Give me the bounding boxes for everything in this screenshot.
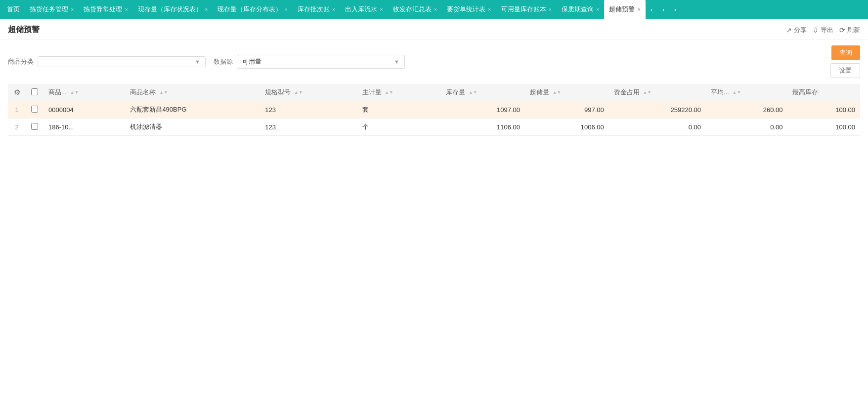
table-header-row: ⚙ 商品... ▲▼ 商品名称 ▲▼ 规格型号 ▲▼ <box>8 84 860 101</box>
goods-name-0: 六配套新昌490BPG <box>125 101 260 118</box>
col-checkbox <box>26 84 43 101</box>
col-avg[interactable]: 平均... ▲▼ <box>706 84 787 101</box>
row-checkbox-cell-0 <box>26 101 43 118</box>
stock-1: 1106.00 <box>441 118 525 136</box>
export-button[interactable]: ⇩ 导出 <box>813 26 833 35</box>
close-tab-quality[interactable]: × <box>596 6 599 12</box>
close-tab-overstock[interactable]: × <box>637 6 640 12</box>
filter-area: 商品分类 ▼ 数据源 可用量 ▼ 查询 设置 <box>0 40 868 84</box>
close-tab-inout[interactable]: × <box>380 6 383 12</box>
nav-tab-order-stat[interactable]: 要货单统计表 × <box>442 0 496 19</box>
close-tab-avail-stock[interactable]: × <box>549 6 552 12</box>
nav-prev-arrow[interactable]: ‹ <box>646 0 657 19</box>
settings-gear-icon[interactable]: ⚙ <box>14 88 20 96</box>
datasource-filter-group: 数据源 可用量 ▼ <box>214 55 405 69</box>
data-table: ⚙ 商品... ▲▼ 商品名称 ▲▼ 规格型号 ▲▼ <box>8 84 860 136</box>
close-tab-collect[interactable]: × <box>434 6 437 12</box>
close-tab-stock-status[interactable]: × <box>205 6 208 12</box>
col-max-stock[interactable]: 最高库存 <box>787 84 860 101</box>
category-label: 商品分类 <box>8 57 34 66</box>
col-unit[interactable]: 主计量 ▲▼ <box>357 84 441 101</box>
share-button[interactable]: ↗ 分享 <box>786 26 807 35</box>
datasource-select[interactable]: 可用量 ▼ <box>237 55 405 69</box>
settings-button[interactable]: 设置 <box>830 63 860 78</box>
goods-code-1: 186-10... <box>43 118 125 136</box>
close-tab-order-stat[interactable]: × <box>488 6 491 12</box>
row-checkbox-0[interactable] <box>31 106 38 113</box>
col-stock[interactable]: 库存量 ▲▼ <box>441 84 525 101</box>
overstock-1: 1006.00 <box>525 118 609 136</box>
close-tab-task-mgmt[interactable]: × <box>71 6 74 12</box>
nav-tab-avail-stock[interactable]: 可用量库存账本 × <box>496 0 557 19</box>
close-tab-batch[interactable]: × <box>332 6 335 12</box>
max-stock-0: 100.00 <box>787 101 860 118</box>
category-dropdown-arrow: ▼ <box>195 59 200 65</box>
nav-more-arrow[interactable]: › <box>669 0 681 19</box>
table-wrapper: ⚙ 商品... ▲▼ 商品名称 ▲▼ 规格型号 ▲▼ <box>0 84 868 136</box>
page-header: 超储预警 ↗ 分享 ⇩ 导出 ⟳ 刷新 <box>0 19 868 40</box>
col-overstock[interactable]: 超储量 ▲▼ <box>525 84 609 101</box>
sort-goods-name-icon: ▲▼ <box>159 90 168 95</box>
sort-spec-icon: ▲▼ <box>294 90 303 95</box>
page-title: 超储预警 <box>8 25 40 35</box>
share-icon: ↗ <box>786 26 792 34</box>
sort-capital-icon: ▲▼ <box>643 90 651 95</box>
datasource-dropdown-arrow: ▼ <box>394 59 399 65</box>
col-capital[interactable]: 资金占用 ▲▼ <box>609 84 706 101</box>
spec-0: 123 <box>260 101 357 118</box>
row-checkbox-1[interactable] <box>31 123 38 130</box>
unit-1: 个 <box>357 118 441 136</box>
sort-avg-icon: ▲▼ <box>733 90 741 95</box>
nav-tab-home[interactable]: 首页 <box>2 0 25 19</box>
row-checkbox-cell-1 <box>26 118 43 136</box>
refresh-button[interactable]: ⟳ 刷新 <box>839 26 860 35</box>
refresh-icon: ⟳ <box>839 26 845 34</box>
overstock-0: 997.00 <box>525 101 609 118</box>
stock-0: 1097.00 <box>441 101 525 118</box>
row-num-0: 1 <box>8 101 26 118</box>
nav-tab-exception[interactable]: 拣货异常处理 × <box>79 0 132 19</box>
nav-tab-collect[interactable]: 收发存汇总表 × <box>388 0 442 19</box>
nav-tab-stock-status[interactable]: 现存量（库存状况表） × <box>133 0 213 19</box>
page-content: 超储预警 ↗ 分享 ⇩ 导出 ⟳ 刷新 商品分类 ▼ 数据源 <box>0 19 868 395</box>
nav-tab-quality[interactable]: 保质期查询 × <box>557 0 604 19</box>
capital-1: 0.00 <box>609 118 706 136</box>
category-select[interactable]: ▼ <box>38 56 206 67</box>
col-goods-name[interactable]: 商品名称 ▲▼ <box>125 84 260 101</box>
max-stock-1: 100.00 <box>787 118 860 136</box>
table-row: 2 186-10... 机油滤清器 123 个 1106.00 1006.00 … <box>8 118 860 136</box>
row-num-1: 2 <box>8 118 26 136</box>
capital-0: 259220.00 <box>609 101 706 118</box>
avg-0: 260.00 <box>706 101 787 118</box>
avg-1: 0.00 <box>706 118 787 136</box>
spec-1: 123 <box>260 118 357 136</box>
sort-goods-code-icon: ▲▼ <box>70 90 79 95</box>
top-nav: 首页 拣货任务管理 × 拣货异常处理 × 现存量（库存状况表） × 现存量（库存… <box>0 0 868 19</box>
nav-tab-stock-dist[interactable]: 现存量（库存分布表） × <box>213 0 292 19</box>
nav-tab-overstock[interactable]: 超储预警 × <box>604 0 645 19</box>
export-icon: ⇩ <box>813 26 819 34</box>
unit-0: 套 <box>357 101 441 118</box>
sort-unit-icon: ▲▼ <box>385 90 393 95</box>
datasource-select-value: 可用量 <box>242 57 261 66</box>
datasource-label: 数据源 <box>214 57 233 66</box>
col-goods-code[interactable]: 商品... ▲▼ <box>43 84 125 101</box>
close-tab-exception[interactable]: × <box>125 6 128 12</box>
table-row: 1 0000004 六配套新昌490BPG 123 套 1097.00 997.… <box>8 101 860 118</box>
sort-stock-icon: ▲▼ <box>469 90 477 95</box>
col-settings: ⚙ <box>8 84 26 101</box>
sort-overstock-icon: ▲▼ <box>553 90 562 95</box>
col-spec[interactable]: 规格型号 ▲▼ <box>260 84 357 101</box>
nav-tab-task-mgmt[interactable]: 拣货任务管理 × <box>25 0 79 19</box>
nav-next-arrow[interactable]: › <box>657 0 669 19</box>
goods-code-0: 0000004 <box>43 101 125 118</box>
query-button[interactable]: 查询 <box>831 45 860 60</box>
goods-name-1: 机油滤清器 <box>125 118 260 136</box>
select-all-checkbox[interactable] <box>31 88 38 95</box>
nav-tab-batch[interactable]: 库存批次账 × <box>293 0 340 19</box>
category-filter-group: 商品分类 ▼ <box>8 56 206 67</box>
close-tab-stock-dist[interactable]: × <box>284 6 287 12</box>
header-actions: ↗ 分享 ⇩ 导出 ⟳ 刷新 <box>786 26 860 35</box>
nav-tab-inout[interactable]: 出入库流水 × <box>340 0 388 19</box>
